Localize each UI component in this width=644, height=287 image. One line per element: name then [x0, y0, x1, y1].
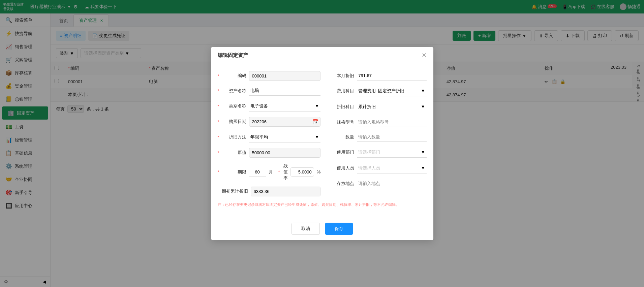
modal-close-btn[interactable]: ✕ [422, 52, 427, 58]
chevron-down-icon: ▼ [421, 88, 425, 93]
edit-asset-modal: 编辑固定资产 ✕ * 编码 * 资产名称 [211, 47, 433, 241]
location-label: 存放地点 [331, 181, 354, 187]
purchase-date-input[interactable] [249, 117, 321, 127]
residual-rate-label: 残值率 [283, 163, 288, 181]
form-row-quantity: 数量 [331, 132, 426, 142]
location-input[interactable] [357, 179, 426, 188]
expense-subject-select[interactable]: 管理费用_固定资产折旧 ▼ [357, 86, 426, 96]
note-text: 注：已经存在变更记录或者对应固定资产已经生成凭证，原值、购买日期、残值率、累计折… [218, 202, 399, 206]
residual-rate-input[interactable] [290, 167, 314, 177]
form-row-category: * 类别名称 电子设备 ▼ [218, 101, 321, 111]
category-value: 电子设备 [250, 103, 268, 109]
modal-overlay: 编辑固定资产 ✕ * 编码 * 资产名称 [0, 0, 644, 287]
department-select[interactable]: 请选择部门 ▼ [357, 147, 426, 158]
chevron-down-icon: ▼ [421, 104, 425, 109]
form-row-user: 使用人员 请选择人员 ▼ [331, 163, 426, 173]
user-label: 使用人员 [331, 165, 354, 171]
original-value-input[interactable] [249, 148, 321, 158]
form-row-model: 规格型号 [331, 118, 426, 127]
initial-accumulated-input[interactable] [251, 187, 321, 196]
category-select[interactable]: 电子设备 ▼ [249, 101, 321, 111]
name-input[interactable] [249, 86, 321, 96]
form-row-dep-method: * 折旧方法 年限平均 ▼ [218, 132, 321, 142]
dep-method-select[interactable]: 年限平均 ▼ [249, 132, 321, 142]
dep-subject-label: 折旧科目 [331, 104, 354, 110]
form-grid: * 编码 * 资产名称 * 类别名称 电子 [218, 71, 427, 196]
period-input[interactable] [249, 167, 266, 177]
chevron-down-icon: ▼ [421, 150, 425, 155]
form-note: 注：已经存在变更记录或者对应固定资产已经生成凭证，原值、购买日期、残值率、累计折… [218, 202, 427, 211]
code-input[interactable] [249, 71, 321, 81]
residual-rate-unit: % [317, 169, 321, 174]
form-left: * 编码 * 资产名称 * 类别名称 电子 [218, 71, 321, 196]
form-row-code: * 编码 [218, 71, 321, 81]
model-input[interactable] [357, 118, 426, 127]
modal-header: 编辑固定资产 ✕ [211, 47, 433, 64]
code-label: 编码 [223, 73, 246, 79]
form-row-initial-accumulated: 期初累计折旧 [218, 187, 321, 196]
department-placeholder: 请选择部门 [358, 149, 380, 155]
form-row-name: * 资产名称 [218, 86, 321, 96]
form-row-department: 使用部门 请选择部门 ▼ [331, 147, 426, 158]
initial-accumulated-label: 期初累计折旧 [218, 188, 248, 194]
original-value-label: 原值 [223, 150, 246, 156]
form-row-expense-subject: 费用科目 管理费用_固定资产折旧 ▼ [331, 86, 426, 96]
calendar-icon[interactable]: 📅 [313, 119, 318, 124]
cancel-button[interactable]: 取消 [292, 223, 320, 235]
category-label: 类别名称 [223, 103, 246, 109]
name-label: 资产名称 [223, 88, 246, 94]
model-label: 规格型号 [331, 119, 354, 125]
dep-method-value: 年限平均 [250, 134, 268, 140]
chevron-down-icon: ▼ [315, 134, 319, 139]
period-unit: 月 [269, 169, 273, 175]
dep-subject-select[interactable]: 累计折旧 ▼ [357, 102, 426, 112]
modal-body: * 编码 * 资产名称 * 类别名称 电子 [211, 64, 433, 217]
expense-subject-label: 费用科目 [331, 88, 354, 94]
monthly-dep-label: 本月折旧 [331, 73, 354, 79]
modal-title: 编辑固定资产 [218, 52, 248, 59]
form-row-location: 存放地点 [331, 179, 426, 188]
form-row-original-value: * 原值 [218, 148, 321, 158]
save-button[interactable]: 保存 [325, 223, 353, 235]
form-right: 本月折旧 费用科目 管理费用_固定资产折旧 ▼ 折旧科目 [331, 71, 426, 196]
dep-subject-value: 累计折旧 [358, 104, 376, 110]
quantity-input[interactable] [357, 132, 426, 142]
purchase-date-label: 购买日期 [223, 119, 246, 125]
modal-footer: 取消 保存 [211, 217, 433, 240]
monthly-dep-input[interactable] [357, 71, 426, 81]
expense-subject-value: 管理费用_固定资产折旧 [358, 88, 404, 94]
form-row-monthly-dep: 本月折旧 [331, 71, 426, 81]
user-select[interactable]: 请选择人员 ▼ [357, 163, 426, 173]
form-row-dep-subject: 折旧科目 累计折旧 ▼ [331, 102, 426, 112]
quantity-label: 数量 [331, 134, 354, 140]
department-label: 使用部门 [331, 149, 354, 155]
period-label: 期限 [223, 169, 246, 175]
chevron-down-icon: ▼ [421, 165, 425, 170]
form-row-period: * 期限 月 * 残值率 % [218, 163, 321, 181]
user-placeholder: 请选择人员 [358, 165, 380, 171]
form-row-purchase-date: * 购买日期 📅 [218, 117, 321, 127]
dep-method-label: 折旧方法 [223, 134, 246, 140]
chevron-down-icon: ▼ [315, 103, 319, 108]
